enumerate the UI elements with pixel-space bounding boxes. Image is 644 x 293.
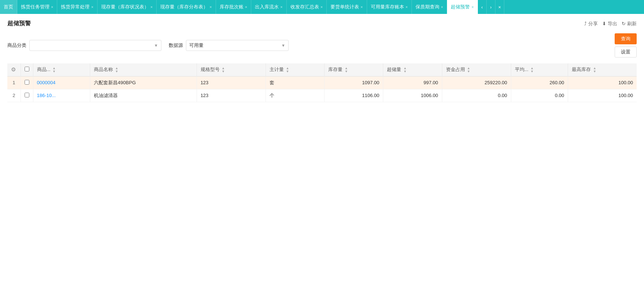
th-avg[interactable]: 平均... ▲▼ [511, 63, 568, 76]
tab-batch[interactable]: 库存批次账 × [216, 0, 251, 14]
row1-num: 1 [7, 76, 21, 89]
th-checkbox [21, 63, 33, 76]
row1-overstock: 997.00 [383, 76, 442, 89]
tab-stock-dist[interactable]: 现存量（库存分布表） × [157, 0, 216, 14]
row2-checkbox[interactable] [25, 93, 29, 97]
th-overstock-label: 超储量 [387, 67, 401, 72]
th-settings: ⚙ [7, 63, 21, 76]
refresh-label: 刷新 [627, 21, 637, 27]
row2-spec: 123 [197, 89, 266, 102]
row2-code[interactable]: 186-10... [33, 89, 90, 102]
tab-stock-status[interactable]: 现存量（库存状况表） × [98, 0, 157, 14]
close-tab-task-mgmt[interactable]: × [51, 5, 53, 9]
tab-order-stat-label: 要货单统计表 [330, 4, 359, 10]
settings-icon[interactable]: ⚙ [11, 66, 16, 73]
refresh-button[interactable]: ↻ 刷新 [622, 21, 637, 27]
table-row: 2 186-10... 机油滤清器 123 个 1106.00 1006.00 … [7, 89, 637, 102]
filter-row: 商品分类 ▼ 数据源 可用量 ▼ 查询 设置 [7, 33, 637, 58]
page-title: 超储预警 [7, 20, 31, 27]
share-button[interactable]: ⤴ 分享 [584, 21, 598, 27]
th-avg-label: 平均... [515, 67, 528, 72]
tab-overstock[interactable]: 超储预警 × [447, 0, 477, 14]
sort-stock-icon: ▲▼ [345, 67, 348, 73]
close-tab-overstock[interactable]: × [471, 5, 473, 9]
nav-prev-arrow[interactable]: ‹ [478, 0, 487, 14]
close-tab-exception[interactable]: × [91, 5, 93, 9]
tab-exception-label: 拣货异常处理 [61, 4, 89, 10]
row2-name: 机油滤清器 [90, 89, 197, 102]
close-tab-stock-status[interactable]: × [150, 5, 153, 9]
sort-name-icon: ▲▼ [115, 67, 118, 73]
th-name[interactable]: 商品名称 ▲▼ [90, 63, 197, 76]
th-max-stock[interactable]: 最高库存 ▲▼ [568, 63, 637, 76]
tab-home-label: 首页 [4, 4, 13, 10]
close-tab-flow[interactable]: × [280, 5, 282, 9]
row1-code[interactable]: 0000004 [33, 76, 90, 89]
table-header-row: ⚙ 商品... ▲▼ 商品名称 ▲▼ 规格型号 ▲▼ 主计 [7, 63, 637, 76]
select-all-checkbox[interactable] [25, 67, 29, 71]
th-overstock[interactable]: 超储量 ▲▼ [383, 63, 442, 76]
export-label: 导出 [608, 21, 617, 27]
sort-capital-icon: ▲▼ [467, 67, 470, 73]
close-tab-quality[interactable]: × [441, 5, 443, 9]
tab-stock-dist-label: 现存量（库存分布表） [160, 4, 208, 10]
tab-collect[interactable]: 收发存汇总表 × [287, 0, 327, 14]
row1-avg: 260.00 [511, 76, 568, 89]
sort-spec-icon: ▲▼ [222, 67, 225, 73]
tab-flow[interactable]: 出入库流水 × [251, 0, 286, 14]
category-dropdown-icon: ▼ [154, 43, 158, 48]
tab-order-stat[interactable]: 要货单统计表 × [327, 0, 367, 14]
page-content: 超储预警 ⤴ 分享 ⬇ 导出 ↻ 刷新 商品分类 ▼ 数据源 [0, 14, 644, 108]
sort-max-stock-icon: ▲▼ [593, 67, 596, 73]
row2-num: 2 [7, 89, 21, 102]
row1-checkbox[interactable] [25, 80, 29, 85]
close-tab-collect[interactable]: × [321, 5, 323, 9]
th-capital-label: 资金占用 [446, 67, 465, 72]
th-stock[interactable]: 库存量 ▲▼ [325, 63, 383, 76]
share-label: 分享 [588, 21, 598, 27]
header-actions: ⤴ 分享 ⬇ 导出 ↻ 刷新 [584, 21, 637, 27]
nav-next-arrow[interactable]: › [487, 0, 495, 14]
row2-overstock: 1006.00 [383, 89, 442, 102]
query-button[interactable]: 查询 [615, 33, 637, 44]
category-filter: 商品分类 ▼ [7, 40, 161, 51]
tab-collect-label: 收发存汇总表 [290, 4, 319, 10]
top-navigation: 首页 拣货任务管理 × 拣货异常处理 × 现存量（库存状况表） × 现存量（库存… [0, 0, 644, 14]
sort-overstock-icon: ▲▼ [403, 67, 407, 73]
sort-avg-icon: ▲▼ [530, 67, 534, 73]
page-header: 超储预警 ⤴ 分享 ⬇ 导出 ↻ 刷新 [7, 20, 637, 27]
row2-checkbox-cell [21, 89, 33, 102]
tab-home[interactable]: 首页 [0, 0, 17, 14]
th-spec-label: 规格型号 [201, 67, 220, 72]
tab-quality[interactable]: 保质期查询 × [412, 0, 447, 14]
export-button[interactable]: ⬇ 导出 [602, 21, 617, 27]
table-body: 1 0000004 六配套新昌490BPG 123 套 1097.00 997.… [7, 76, 637, 102]
th-capital[interactable]: 资金占用 ▲▼ [442, 63, 511, 76]
th-code-label: 商品... [37, 67, 51, 72]
close-tab-avail-stock[interactable]: × [406, 5, 408, 9]
setting-button[interactable]: 设置 [615, 47, 637, 58]
row1-capital: 259220.00 [442, 76, 511, 89]
nav-more-arrow[interactable]: × [495, 0, 504, 14]
tab-flow-label: 出入库流水 [255, 4, 279, 10]
datasource-select[interactable]: 可用量 ▼ [186, 40, 289, 51]
row1-max-stock: 100.00 [568, 76, 637, 89]
row2-stock: 1106.00 [325, 89, 383, 102]
close-tab-stock-dist[interactable]: × [209, 5, 212, 9]
tab-avail-stock[interactable]: 可用量库存账本 × [367, 0, 412, 14]
row1-unit: 套 [266, 76, 324, 89]
th-code[interactable]: 商品... ▲▼ [33, 63, 90, 76]
tab-task-mgmt[interactable]: 拣货任务管理 × [17, 0, 57, 14]
export-icon: ⬇ [602, 21, 606, 26]
sort-unit-icon: ▲▼ [286, 67, 289, 73]
th-unit[interactable]: 主计量 ▲▼ [266, 63, 324, 76]
close-tab-order-stat[interactable]: × [361, 5, 363, 9]
row2-avg: 0.00 [511, 89, 568, 102]
th-spec[interactable]: 规格型号 ▲▼ [197, 63, 266, 76]
row2-max-stock: 100.00 [568, 89, 637, 102]
close-tab-batch[interactable]: × [245, 5, 247, 9]
datasource-dropdown-icon: ▼ [281, 43, 285, 48]
tab-exception[interactable]: 拣货异常处理 × [57, 0, 97, 14]
category-select[interactable]: ▼ [29, 40, 161, 51]
row1-stock: 1097.00 [325, 76, 383, 89]
